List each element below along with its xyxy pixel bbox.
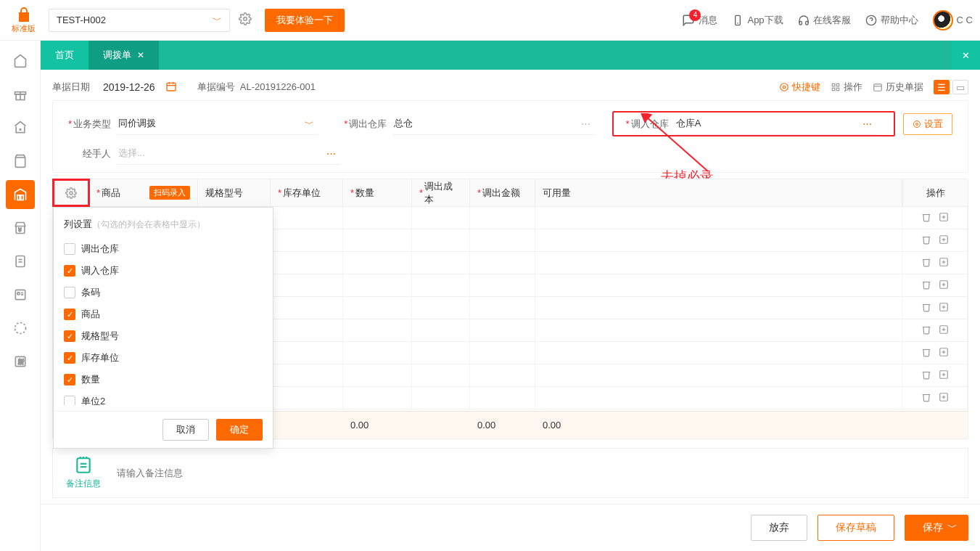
handler-select[interactable]: 选择... — [117, 142, 340, 165]
out-wh-select[interactable]: 总仓 — [392, 113, 594, 135]
row-add-icon[interactable] — [939, 370, 949, 382]
sidebar-report-icon[interactable] — [6, 280, 35, 309]
col-option[interactable]: ✓数量 — [64, 369, 263, 391]
sidebar-warehouse-icon[interactable] — [6, 180, 35, 209]
sidebar-wallet-icon[interactable] — [6, 113, 35, 142]
row-delete-icon[interactable] — [921, 302, 931, 314]
row-add-icon[interactable] — [939, 279, 949, 292]
messages-link[interactable]: 消息 4 — [682, 14, 717, 27]
more-icon[interactable]: ⋯ — [862, 118, 872, 129]
footer-available: 0.00 — [535, 412, 902, 438]
form-settings-button[interactable]: 设置 — [903, 113, 952, 135]
col-option-label: 调出仓库 — [81, 242, 119, 256]
col-option[interactable]: 调出仓库 — [64, 238, 263, 260]
row-add-icon[interactable] — [939, 257, 949, 269]
column-settings-popup: 列设置（勾选的列会在表格中显示） 调出仓库✓调入仓库条码✓商品✓规格型号✓库存单… — [53, 207, 273, 449]
chevron-down-icon: ﹀ — [213, 14, 222, 27]
row-add-icon[interactable] — [939, 234, 949, 247]
col-option[interactable]: 条码 — [64, 282, 263, 303]
col-settings-confirm[interactable]: 确定 — [216, 419, 263, 441]
tab-close-icon[interactable]: ✕ — [137, 50, 144, 60]
col-option[interactable]: ✓商品 — [64, 303, 263, 325]
col-product: 商品 — [102, 187, 120, 200]
row-delete-icon[interactable] — [921, 234, 931, 247]
col-option-label: 库存单位 — [81, 351, 119, 364]
view-grid-button[interactable]: ▭ — [952, 80, 968, 94]
operate-link[interactable]: 操作 — [831, 81, 862, 94]
row-delete-icon[interactable] — [921, 212, 931, 224]
row-delete-icon[interactable] — [921, 392, 931, 404]
svg-rect-25 — [167, 83, 176, 91]
calendar-icon[interactable] — [165, 81, 177, 94]
scan-button[interactable]: 扫码录入 — [149, 186, 190, 200]
col-available: 可用量 — [535, 179, 902, 206]
svg-point-0 — [244, 17, 247, 21]
col-option[interactable]: ✓库存单位 — [64, 347, 263, 369]
row-delete-icon[interactable] — [921, 347, 931, 359]
col-option[interactable]: 单位2 — [64, 391, 263, 405]
discard-button[interactable]: 放弃 — [751, 515, 807, 541]
shortcut-link[interactable]: 快捷键 — [779, 81, 820, 94]
sidebar-clipboard-icon[interactable] — [6, 247, 35, 276]
remark-icon: 备注信息 — [63, 456, 104, 490]
user-menu[interactable]: C C — [933, 10, 973, 30]
row-add-icon[interactable] — [939, 302, 949, 314]
checkbox-icon: ✓ — [64, 265, 75, 277]
checkbox-icon — [64, 396, 75, 405]
org-settings-icon[interactable] — [239, 12, 252, 28]
row-add-icon[interactable] — [939, 325, 949, 337]
save-button[interactable]: 保存﹀ — [905, 515, 968, 541]
column-settings-button[interactable] — [53, 179, 89, 206]
svg-rect-11 — [20, 195, 22, 200]
tab-home[interactable]: 首页 — [41, 41, 88, 70]
sidebar-gift-icon[interactable] — [6, 80, 35, 109]
more-icon[interactable]: ⋯ — [326, 148, 336, 159]
more-icon[interactable]: ⋯ — [581, 118, 590, 129]
row-add-icon[interactable] — [939, 392, 949, 404]
col-out-amount: 调出金额 — [482, 187, 520, 200]
row-add-icon[interactable] — [939, 347, 949, 359]
svg-rect-33 — [832, 88, 835, 91]
svg-point-30 — [781, 83, 788, 91]
svg-point-8 — [20, 129, 21, 131]
sidebar-new-icon[interactable]: 新 — [6, 347, 35, 376]
svg-rect-32 — [836, 83, 839, 86]
row-delete-icon[interactable] — [921, 257, 931, 269]
doc-date-label: 单据日期 — [52, 81, 90, 94]
row-delete-icon[interactable] — [921, 279, 931, 292]
help-center-link[interactable]: 帮助中心 — [865, 14, 918, 27]
col-option-label: 商品 — [81, 308, 100, 321]
svg-point-37 — [915, 123, 918, 125]
online-cs-link[interactable]: 在线客服 — [798, 14, 851, 27]
col-out-cost: 调出成本 — [424, 180, 462, 206]
try-button[interactable]: 我要体验一下 — [265, 9, 345, 32]
row-add-icon[interactable] — [939, 212, 949, 224]
checkbox-icon: ✓ — [64, 374, 75, 385]
remark-input[interactable] — [114, 462, 958, 484]
svg-text:¥: ¥ — [18, 227, 21, 232]
sidebar-bag-icon[interactable] — [6, 147, 35, 176]
sidebar-loading-icon[interactable] — [6, 314, 35, 343]
col-option[interactable]: ✓调入仓库 — [64, 260, 263, 282]
tab-transfer-order[interactable]: 调拨单✕ — [88, 41, 159, 70]
col-settings-cancel[interactable]: 取消 — [162, 419, 209, 441]
row-delete-icon[interactable] — [921, 370, 931, 382]
app-download-link[interactable]: App下载 — [732, 14, 783, 27]
history-link[interactable]: 历史单据 — [873, 81, 923, 94]
doc-date-value[interactable]: 2019-12-26 — [103, 81, 155, 93]
org-select[interactable]: TEST-H002 ﹀ — [49, 9, 230, 32]
view-list-button[interactable]: ☰ — [934, 80, 950, 94]
col-option[interactable]: ✓规格型号 — [64, 325, 263, 347]
svg-point-38 — [913, 121, 920, 127]
biz-type-select[interactable]: 同价调拨 — [117, 113, 318, 135]
in-wh-select[interactable]: 仓库A — [675, 113, 876, 135]
col-qty: 数量 — [355, 187, 374, 200]
sidebar-home-icon[interactable] — [6, 46, 35, 75]
svg-rect-35 — [874, 84, 882, 91]
save-draft-button[interactable]: 保存草稿 — [818, 515, 894, 541]
sidebar-money-icon[interactable]: ¥ — [6, 213, 35, 242]
tabs-close-all[interactable]: ✕ — [951, 41, 980, 70]
chevron-down-icon[interactable]: ﹀ — [305, 118, 314, 131]
brand-logo: 标准版 — [7, 6, 40, 34]
row-delete-icon[interactable] — [921, 325, 931, 337]
